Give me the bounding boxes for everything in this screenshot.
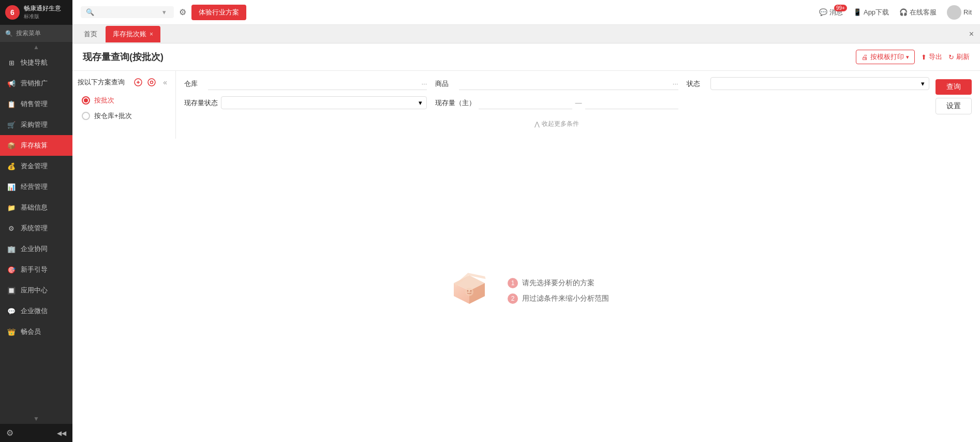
app-download-btn[interactable]: 📱 App下载 <box>853 8 889 17</box>
filter-option-by-warehouse-batch-label: 按仓库+批次 <box>94 111 132 121</box>
filter-collapse-btn[interactable]: « <box>160 77 170 87</box>
inventory-status-dropdown[interactable]: ▾ <box>221 96 427 109</box>
action-col: 查询 设置 <box>936 77 972 114</box>
collapse-more-btn[interactable]: ⋀ 收起更多条件 <box>184 115 929 132</box>
sidebar-item-wechat[interactable]: 💬 企业微信 <box>0 301 72 321</box>
svg-point-4 <box>151 81 153 84</box>
filter-title-row: 按以下方案查询 <box>78 77 170 87</box>
print-dropdown-icon[interactable]: ▾ <box>906 54 909 61</box>
refresh-label: 刷新 <box>956 52 970 62</box>
product-input[interactable] <box>459 80 672 87</box>
warehouse-more-icon[interactable]: ··· <box>421 80 427 87</box>
warehouse-input[interactable] <box>208 80 421 87</box>
sidebar-item-guide[interactable]: 🎯 新手引导 <box>0 259 72 280</box>
filter-option-by-warehouse-batch[interactable]: 按仓库+批次 <box>78 108 170 124</box>
message-icon: 💬 <box>819 8 827 16</box>
filter-add-btn[interactable] <box>133 77 143 87</box>
sidebar-scroll-up[interactable]: ▲ <box>0 42 72 52</box>
topbar-dropdown-icon[interactable]: ▾ <box>162 8 166 16</box>
content-area: 现存量查询(按批次) 🖨 按模板打印 ▾ ⬆ 导出 ↻ 刷新 <box>72 43 980 442</box>
export-btn[interactable]: ⬆ 导出 <box>921 52 942 62</box>
sidebar-item-label: 销售管理 <box>21 99 48 109</box>
page-header: 现存量查询(按批次) 🖨 按模板打印 ▾ ⬆ 导出 ↻ 刷新 <box>72 43 980 71</box>
online-service-btn[interactable]: 🎧 在线客服 <box>899 8 937 17</box>
sidebar-collapse-icon[interactable]: ◀◀ <box>57 430 66 437</box>
sidebar-item-membership[interactable]: 👑 畅会员 <box>0 321 72 342</box>
export-icon: ⬆ <box>921 53 927 61</box>
quantity-min-input[interactable] <box>479 97 572 109</box>
empty-tip-1: 1 请先选择要分析的方案 <box>508 278 609 288</box>
phone-icon: 📱 <box>853 8 862 16</box>
sidebar-item-operations[interactable]: 📊 经营管理 <box>0 176 72 197</box>
finance-icon: 💰 <box>6 161 17 171</box>
filter-left-panel: 按以下方案查询 <box>72 71 176 139</box>
sidebar-item-system[interactable]: ⚙ 系统管理 <box>0 218 72 239</box>
sidebar-item-finance[interactable]: 💰 资金管理 <box>0 156 72 176</box>
sidebar-item-label: 系统管理 <box>21 224 48 233</box>
wechat-icon: 💬 <box>6 306 17 316</box>
operations-icon: 📊 <box>6 182 17 192</box>
empty-state: 1 请先选择要分析的方案 2 用过滤条件来缩小分析范围 <box>72 140 980 442</box>
search-icon: 🔍 <box>5 30 13 37</box>
user-profile-btn[interactable]: Rit <box>947 5 972 20</box>
refresh-btn[interactable]: ↻ 刷新 <box>948 52 970 62</box>
product-input-wrapper: ··· <box>459 78 678 90</box>
product-more-icon[interactable]: ··· <box>673 80 678 87</box>
sidebar-item-marketing[interactable]: 📢 营销推广 <box>0 73 72 94</box>
tip-num-2: 2 <box>508 293 518 304</box>
topbar-search-input[interactable] <box>97 9 159 16</box>
warehouse-label: 仓库 <box>184 79 205 89</box>
sidebar-item-sales[interactable]: 📋 销售管理 <box>0 94 72 114</box>
page-header-actions: 🖨 按模板打印 ▾ ⬆ 导出 ↻ 刷新 <box>856 50 970 64</box>
sidebar-settings-icon[interactable]: ⚙ <box>6 428 13 438</box>
sidebar-item-purchase[interactable]: 🛒 采购管理 <box>0 114 72 135</box>
marketing-icon: 📢 <box>6 78 17 89</box>
sidebar-item-inventory[interactable]: 📦 库存核算 <box>0 135 72 156</box>
quantity-dash: — <box>575 99 582 107</box>
sidebar: 6 畅康通好生意 标准版 🔍 搜索菜单 ▲ ⊞ 快捷导航 📢 营销推广 📋 销售… <box>0 0 72 442</box>
filter-area: 按以下方案查询 <box>72 71 980 442</box>
sidebar-item-label: 采购管理 <box>21 120 48 129</box>
sidebar-item-label: 新手引导 <box>21 265 48 274</box>
filter-rows-wrapper: 仓库 ··· 商品 <box>184 77 972 132</box>
query-btn[interactable]: 查询 <box>936 79 972 95</box>
template-print-label: 按模板打印 <box>870 52 904 62</box>
sidebar-item-quick-nav[interactable]: ⊞ 快捷导航 <box>0 52 72 73</box>
topbar-settings-icon[interactable]: ⚙ <box>179 7 186 17</box>
service-icon: 🎧 <box>899 8 908 16</box>
sidebar-item-basic-info[interactable]: 📁 基础信息 <box>0 197 72 218</box>
sidebar-scroll-down[interactable]: ▼ <box>0 414 72 424</box>
filter-results-area: 按以下方案查询 <box>72 71 980 442</box>
panel-close-btn[interactable]: × <box>967 27 976 41</box>
tab-close-icon[interactable]: × <box>150 31 153 38</box>
experience-btn[interactable]: 体验行业方案 <box>191 5 246 20</box>
status-dropdown[interactable]: ▾ <box>710 77 929 90</box>
sidebar-item-label: 经营管理 <box>21 182 48 191</box>
tip-text-2: 用过滤条件来缩小分析范围 <box>522 294 609 303</box>
sidebar-item-enterprise[interactable]: 🏢 企业协同 <box>0 239 72 259</box>
filter-field-status: 状态 ▾ <box>687 77 929 90</box>
inventory-status-dropdown-icon: ▾ <box>419 99 422 107</box>
sidebar-header: 6 畅康通好生意 标准版 <box>0 0 72 25</box>
filter-option-by-batch[interactable]: 按批次 <box>78 93 170 108</box>
status-label: 状态 <box>687 79 707 89</box>
tab-home[interactable]: 首页 <box>77 26 105 42</box>
template-print-btn[interactable]: 🖨 按模板打印 ▾ <box>856 50 915 64</box>
export-label: 导出 <box>929 52 942 62</box>
quick-nav-icon: ⊞ <box>6 57 17 68</box>
messages-btn[interactable]: 💬 消息 99+ <box>819 8 843 17</box>
quantity-max-input[interactable] <box>585 97 678 109</box>
tabs-bar: 首页 库存批次账 × × <box>72 25 980 43</box>
filter-settings-btn[interactable] <box>146 77 157 87</box>
setting-btn[interactable]: 设置 <box>936 98 972 114</box>
enterprise-icon: 🏢 <box>6 244 17 254</box>
tab-home-label: 首页 <box>84 30 97 39</box>
filter-icon-group: « <box>133 77 170 87</box>
inventory-icon: 📦 <box>6 140 17 151</box>
sidebar-item-app-center[interactable]: 🔲 应用中心 <box>0 280 72 301</box>
sidebar-item-label: 畅会员 <box>21 327 41 336</box>
topbar-search-area[interactable]: 🔍 ▾ <box>81 6 174 18</box>
sidebar-search[interactable]: 🔍 搜索菜单 <box>0 25 72 42</box>
refresh-icon: ↻ <box>948 53 954 61</box>
tab-inventory-batch[interactable]: 库存批次账 × <box>106 26 160 42</box>
